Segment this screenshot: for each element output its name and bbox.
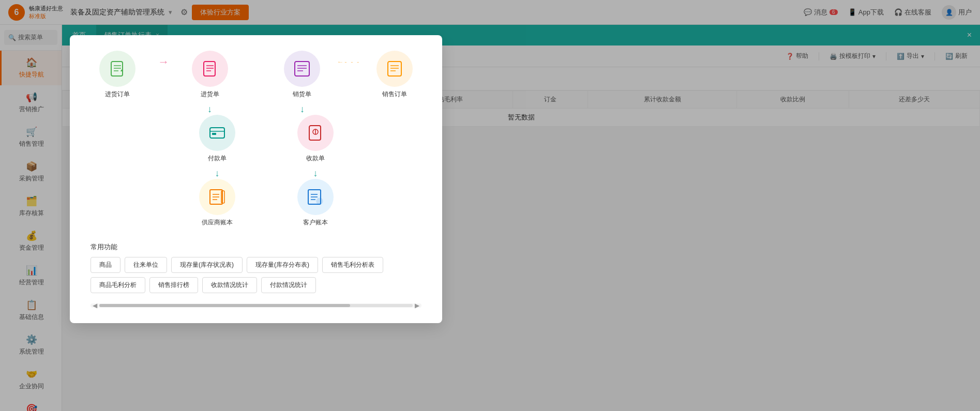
common-functions: 常用功能 商品 往来单位 现存量(库存状况表) 现存量(库存分布表) 销售毛利分… [91,242,421,293]
customer-ledger-label: 客户账本 [303,218,328,227]
fn-btn-product-gross[interactable]: 商品毛利分析 [91,277,145,293]
svg-rect-19 [309,126,321,140]
sales-bill-label: 销货单 [293,90,311,99]
flow-node-supplier-ledger[interactable]: 供应商账本 [189,179,246,227]
flow-down-arrows-row-2: ↓ ↓ [91,168,421,179]
svg-rect-4 [204,62,215,76]
purchase-order-label: 进货订单 [105,90,130,99]
scroll-right-arrow[interactable]: ▶ [413,302,421,309]
flow-diagram: 进货订单 → 进货单 [91,51,421,232]
down-arrow-receipt: ↓ [287,168,344,179]
flow-row-3: 供应商账本 客户账本 [91,179,421,227]
scroll-left-arrow[interactable]: ◀ [91,302,99,309]
svg-rect-12 [388,62,401,76]
flow-row-1: 进货订单 → 进货单 [91,51,421,99]
down-arrow-sales: ↓ [276,104,329,115]
modal-box: 进货订单 → 进货单 [70,35,442,323]
svg-rect-18 [212,133,216,135]
scroll-track[interactable] [99,304,413,307]
payment-bill-circle [199,115,235,151]
fn-btn-stock-dist[interactable]: 现存量(库存分布表) [247,257,318,273]
sales-bill-circle [284,51,320,87]
fn-btn-receipt-stats[interactable]: 收款情况统计 [202,277,257,293]
flow-node-purchase-order[interactable]: 进货订单 [91,51,144,99]
fn-btn-sales-rank[interactable]: 销售排行榜 [149,277,198,293]
arrow-dashed-1: ←- - - [329,58,368,92]
svg-rect-0 [111,62,123,76]
payment-bill-label: 付款单 [208,154,227,163]
supplier-ledger-label: 供应商账本 [202,218,233,227]
arrow-1: → [144,55,183,95]
flow-node-sales-bill[interactable]: 销货单 [276,51,329,99]
function-buttons: 商品 往来单位 现存量(库存状况表) 现存量(库存分布表) 销售毛利分析表 商品… [91,257,421,293]
svg-rect-16 [210,128,224,138]
flow-down-arrows-row: ↓ ↓ [91,104,421,115]
purchase-order-circle [99,51,135,87]
svg-rect-8 [295,62,309,76]
fn-btn-contacts[interactable]: 往来单位 [125,257,167,273]
sales-order-label: 销售订单 [382,90,407,99]
fn-btn-stock-status[interactable]: 现存量(库存状况表) [171,257,243,273]
receipt-bill-label: 收款单 [306,154,325,163]
common-functions-title: 常用功能 [91,242,421,252]
fn-btn-sales-gross[interactable]: 销售毛利分析表 [322,257,383,273]
sales-order-circle [376,51,413,87]
scroll-thumb [99,304,350,307]
fn-btn-payment-stats[interactable]: 付款情况统计 [261,277,316,293]
flow-node-customer-ledger[interactable]: 客户账本 [287,179,344,227]
customer-ledger-circle [297,179,334,215]
flow-node-payment-bill[interactable]: 付款单 [189,115,246,163]
purchase-bill-circle [192,51,228,87]
flow-node-sales-order[interactable]: 销售订单 [368,51,421,99]
modal-overlay[interactable]: 进货订单 → 进货单 [0,0,980,411]
purchase-bill-label: 进货单 [201,90,219,99]
receipt-bill-circle [297,115,334,151]
modal-scrollbar[interactable]: ◀ ▶ [91,303,421,308]
supplier-ledger-circle [199,179,235,215]
down-arrow-purchase: ↓ [183,104,237,115]
down-arrow-payment: ↓ [189,168,246,179]
svg-point-31 [316,198,323,204]
flow-row-2: 付款单 收款单 [91,115,421,163]
flow-node-receipt-bill[interactable]: 收款单 [287,115,344,163]
fn-btn-product[interactable]: 商品 [91,257,120,273]
flow-node-purchase-bill[interactable]: 进货单 [183,51,237,99]
